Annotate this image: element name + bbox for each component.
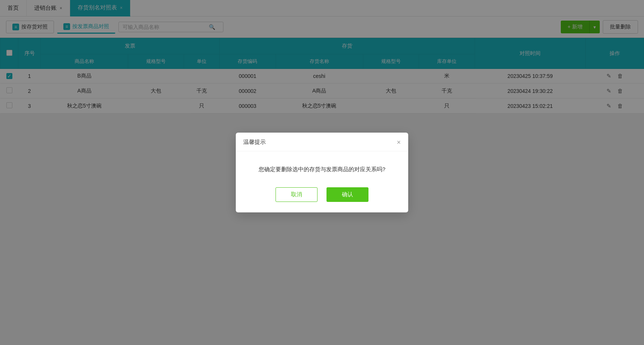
- dialog-overlay: 温馨提示 × 您确定要删除选中的存货与发票商品的对应关系吗? 取消 确认: [0, 0, 644, 114]
